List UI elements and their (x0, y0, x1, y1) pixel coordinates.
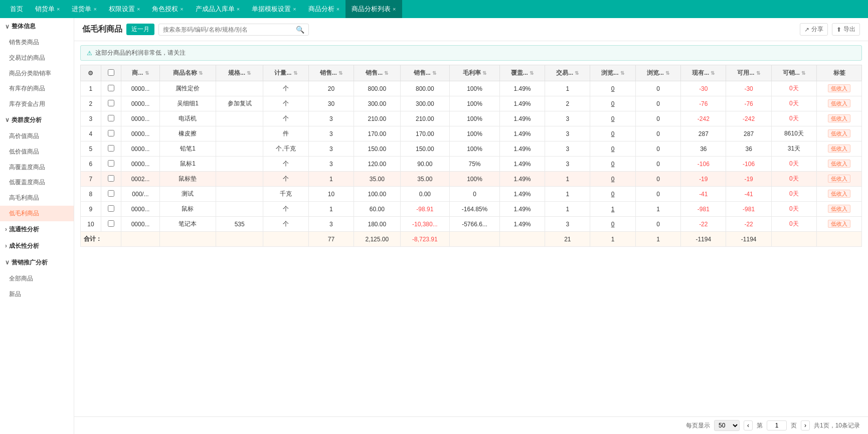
nav-close-icon[interactable]: × (57, 6, 60, 12)
col-spec[interactable]: 规格... ⇅ (216, 65, 263, 81)
nav-item-角色授权[interactable]: 角色授权× (146, 0, 189, 18)
sidebar-item-低毛利商品[interactable]: 低毛利商品 (0, 206, 74, 221)
row-cover-rate: 1.49% (499, 141, 545, 157)
row-checkbox[interactable] (101, 202, 121, 217)
nav-close-icon[interactable]: × (237, 6, 240, 12)
total-pages-label: 共1页，10条记录 (814, 421, 860, 430)
sidebar-item-低价值商品[interactable]: 低价值商品 (0, 144, 74, 160)
col-trade-count[interactable]: 交易... ⇅ (545, 65, 590, 81)
col-cover-rate[interactable]: 覆盖... ⇅ (499, 65, 545, 81)
nav-item-商品分析[interactable]: 商品分析× (302, 0, 345, 18)
row-view2: 0 (635, 217, 680, 232)
row-select-checkbox[interactable] (108, 130, 114, 136)
export-button[interactable]: ⬆ 导出 (832, 23, 860, 36)
row-checkbox[interactable] (101, 217, 121, 232)
sidebar-group-成长性分析[interactable]: ›成长性分析 (0, 238, 74, 254)
row-checkbox[interactable] (101, 96, 121, 111)
col-settings[interactable]: ⚙ (81, 65, 101, 81)
nav-close-icon[interactable]: × (93, 6, 96, 12)
sidebar-group-营销推广分析[interactable]: ∨营销推广分析 (0, 254, 74, 271)
sidebar-item-全部商品[interactable]: 全部商品 (0, 271, 74, 286)
row-sales-qty: 3 (308, 157, 354, 172)
row-sales-price: 180.00 (354, 217, 400, 232)
total-sales-price: 2,125.00 (354, 232, 400, 247)
row-select-checkbox[interactable] (108, 175, 114, 182)
nav-close-icon[interactable]: × (137, 6, 140, 12)
nav-item-首页[interactable]: 首页 (4, 0, 29, 18)
col-name[interactable]: 商品名称 ⇅ (159, 65, 216, 81)
next-page-button[interactable]: › (801, 420, 810, 430)
row-checkbox[interactable] (101, 141, 121, 157)
search-icon[interactable]: 🔍 (296, 26, 304, 34)
row-checkbox[interactable] (101, 126, 121, 141)
sidebar-item-低覆盖度商品[interactable]: 低覆盖度商品 (0, 175, 74, 190)
sidebar-item-高价值商品[interactable]: 高价值商品 (0, 128, 74, 144)
col-current-stock[interactable]: 现有... ⇅ (681, 65, 726, 81)
data-table: ⚙ 商... ⇅ 商品名称 ⇅ 规格... ⇅ 计量... ⇅ 销售... ⇅ … (80, 65, 862, 247)
row-select-checkbox[interactable] (108, 100, 114, 106)
row-select-checkbox[interactable] (108, 145, 114, 152)
sidebar-item-高覆盖度商品[interactable]: 高覆盖度商品 (0, 160, 74, 175)
sidebar-item-库存资金占用[interactable]: 库存资金占用 (0, 96, 74, 112)
sidebar-group-流通性分析[interactable]: ›流通性分析 (0, 221, 74, 238)
table-row: 1 0000... 属性定价 个 20 800.00 800.00 100% 1… (81, 81, 862, 96)
col-view1[interactable]: 浏览... ⇅ (590, 65, 635, 81)
nav-item-进货单[interactable]: 进货单× (66, 0, 102, 18)
select-all-checkbox[interactable] (108, 69, 114, 76)
page-size-select[interactable]: 50 100 200 (714, 420, 740, 431)
row-checkbox[interactable] (101, 157, 121, 172)
nav-close-icon[interactable]: × (336, 6, 339, 12)
sidebar-item-有库存的商品[interactable]: 有库存的商品 (0, 81, 74, 96)
row-select-checkbox[interactable] (108, 85, 114, 91)
col-view2[interactable]: 浏览... ⇅ (635, 65, 680, 81)
col-code[interactable]: 商... ⇅ (121, 65, 160, 81)
col-available[interactable]: 可用... ⇅ (726, 65, 771, 81)
col-sales-qty[interactable]: 销售... ⇅ (308, 65, 354, 81)
col-unit[interactable]: 计量... ⇅ (263, 65, 308, 81)
col-gross-rate[interactable]: 毛利率 ⇅ (450, 65, 500, 81)
sidebar-item-交易过的商品[interactable]: 交易过的商品 (0, 50, 74, 66)
row-checkbox[interactable] (101, 111, 121, 126)
nav-close-icon[interactable]: × (393, 6, 396, 12)
row-view2: 0 (635, 187, 680, 202)
share-button[interactable]: ↗ 分享 (800, 23, 828, 36)
sidebar-item-高毛利商品[interactable]: 高毛利商品 (0, 190, 74, 206)
prev-page-button[interactable]: ‹ (744, 420, 753, 430)
table-row: 10 0000... 笔记本 535 个 3 180.00 -10,380...… (81, 217, 862, 232)
row-checkbox[interactable] (101, 172, 121, 187)
tag-badge: 低收入 (828, 220, 850, 228)
row-select-checkbox[interactable] (108, 220, 114, 227)
nav-item-产成品入库单[interactable]: 产成品入库单× (190, 0, 246, 18)
nav-close-icon[interactable]: × (180, 6, 183, 12)
row-unit: 件 (263, 126, 308, 141)
nav-item-单据模板设置[interactable]: 单据模板设置× (246, 0, 302, 18)
page-number-input[interactable] (767, 420, 787, 430)
nav-item-销货单[interactable]: 销货单× (29, 0, 66, 18)
sidebar-item-销售类商品[interactable]: 销售类商品 (0, 35, 74, 50)
row-checkbox[interactable] (101, 187, 121, 202)
search-input[interactable] (163, 26, 296, 33)
row-code: 000/... (121, 187, 160, 202)
row-select-checkbox[interactable] (108, 115, 114, 121)
nav-item-商品分析列表[interactable]: 商品分析列表× (345, 0, 402, 18)
col-sellable[interactable]: 可销... ⇅ (771, 65, 816, 81)
table-row: 4 0000... 橡皮擦 件 3 170.00 170.00 100% 1.4… (81, 126, 862, 141)
sidebar-group-整体信息[interactable]: ∨整体信息 (0, 18, 74, 35)
table-row: 6 0000... 鼠标1 个 3 120.00 90.00 75% 1.49%… (81, 157, 862, 172)
row-select-checkbox[interactable] (108, 160, 114, 167)
row-checkbox[interactable] (101, 81, 121, 96)
filter-button[interactable]: 近一月 (126, 24, 154, 35)
nav-item-权限设置[interactable]: 权限设置× (103, 0, 146, 18)
table-row: 9 0000... 鼠标 个 1 60.00 -98.91 -164.85% 1… (81, 202, 862, 217)
col-sales-price[interactable]: 销售... ⇅ (354, 65, 400, 81)
row-select-checkbox[interactable] (108, 190, 114, 197)
row-current-stock: -242 (681, 111, 726, 126)
col-sales-gross[interactable]: 销售... ⇅ (400, 65, 450, 81)
sidebar-group-类群度分析[interactable]: ∨类群度分析 (0, 112, 74, 128)
sidebar-item-新品[interactable]: 新品 (0, 286, 74, 302)
row-cover-rate: 1.49% (499, 96, 545, 111)
row-select-checkbox[interactable] (108, 205, 114, 212)
row-unit: 个,千克 (263, 141, 308, 157)
nav-close-icon[interactable]: × (293, 6, 296, 12)
sidebar-item-商品分类助销率[interactable]: 商品分类助销率 (0, 66, 74, 81)
